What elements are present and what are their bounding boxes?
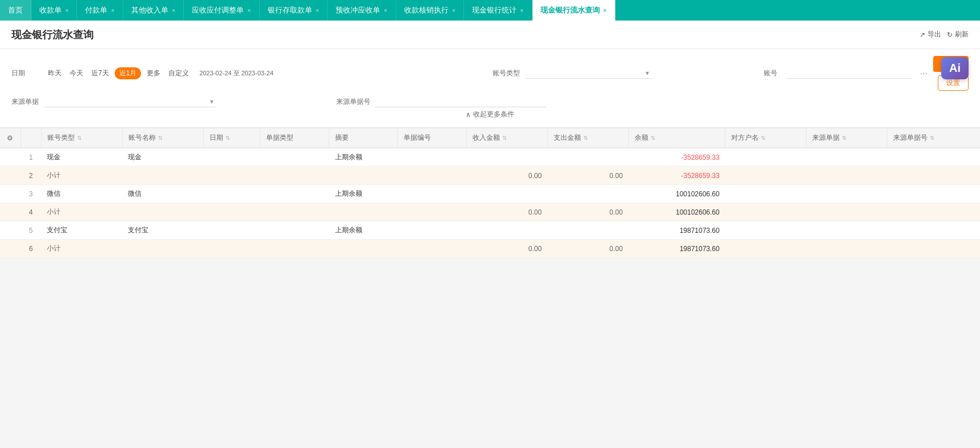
td-expense: 0.00 bbox=[547, 240, 628, 258]
sort-icon: ⇅ bbox=[583, 135, 588, 141]
td-idx: 1 bbox=[21, 148, 41, 167]
nav-item-其他收入单[interactable]: 其他收入单× bbox=[123, 0, 184, 21]
td-accountName bbox=[122, 167, 203, 185]
collapse-bar[interactable]: ∧ 收起更多条件 bbox=[11, 107, 969, 122]
close-icon[interactable]: × bbox=[111, 7, 114, 14]
td-docNo bbox=[397, 203, 466, 221]
td-docType bbox=[260, 203, 329, 221]
date-shortcuts: 昨天今天近7天近1月更多自定义 bbox=[46, 67, 191, 79]
th-income[interactable]: 收入金额⇅ bbox=[466, 128, 547, 148]
close-icon[interactable]: × bbox=[452, 7, 455, 14]
date-shortcut-近7天[interactable]: 近7天 bbox=[89, 67, 111, 79]
account-input[interactable] bbox=[787, 68, 912, 79]
td-idx: 5 bbox=[21, 221, 41, 240]
td-accountType: 小计 bbox=[41, 240, 122, 258]
close-icon[interactable]: × bbox=[520, 7, 523, 14]
nav-item-现金银行统计[interactable]: 现金银行统计× bbox=[464, 0, 532, 21]
source-doc-group: 来源单据 ▾ bbox=[11, 96, 319, 107]
td-balance: 19871073.60 bbox=[628, 240, 725, 258]
filter-area: 日期 昨天今天近7天近1月更多自定义 2023-02-24 至 2023-03-… bbox=[0, 49, 980, 128]
close-icon[interactable]: × bbox=[316, 7, 319, 14]
td-gear bbox=[0, 148, 21, 167]
th-counterparty[interactable]: 对方户名⇅ bbox=[725, 128, 806, 148]
date-shortcut-自定义[interactable]: 自定义 bbox=[166, 67, 191, 79]
td-sourceDoc bbox=[806, 203, 888, 221]
table-row: 1现金现金上期余额-3528659.33 bbox=[0, 148, 980, 167]
sort-icon: ⇅ bbox=[502, 135, 507, 141]
date-shortcut-近1月[interactable]: 近1月 bbox=[115, 67, 142, 79]
nav-item-付款单[interactable]: 付款单× bbox=[77, 0, 123, 21]
sort-icon: ⇅ bbox=[761, 135, 765, 141]
gear-icon[interactable]: ⚙ bbox=[7, 134, 13, 142]
source-doc-label: 来源单据 bbox=[11, 97, 40, 107]
td-sourceDoc bbox=[806, 240, 888, 258]
table-row: 4小计0.000.00100102606.60 bbox=[0, 203, 980, 221]
td-counterparty bbox=[725, 167, 806, 185]
nav-item-首页[interactable]: 首页 bbox=[0, 0, 31, 21]
td-expense bbox=[547, 185, 628, 203]
date-shortcut-更多[interactable]: 更多 bbox=[144, 67, 163, 79]
th-date[interactable]: 日期⇅ bbox=[203, 128, 260, 148]
source-doc-select[interactable]: ▾ bbox=[45, 96, 216, 107]
td-docNo bbox=[397, 185, 466, 203]
td-income bbox=[466, 148, 547, 167]
td-income bbox=[466, 185, 547, 203]
td-accountName: 支付宝 bbox=[122, 221, 203, 240]
table-body: 1现金现金上期余额-3528659.332小计0.000.00-3528659.… bbox=[0, 148, 980, 258]
nav-item-银行存取款单[interactable]: 银行存取款单× bbox=[260, 0, 328, 21]
table-container: ⚙账号类型⇅账号名称⇅日期⇅单据类型摘要单据编号收入金额⇅支出金额⇅余额⇅对方户… bbox=[0, 128, 980, 258]
td-expense: 0.00 bbox=[547, 203, 628, 221]
nav-item-收款核销执行[interactable]: 收款核销执行× bbox=[396, 0, 464, 21]
page-header: 现金银行流水查询 ↗ 导出 ↻ 刷新 bbox=[0, 21, 980, 49]
close-icon[interactable]: × bbox=[172, 7, 175, 14]
close-icon[interactable]: × bbox=[65, 7, 68, 14]
date-range: 2023-02-24 至 2023-03-24 bbox=[199, 69, 273, 78]
td-docType bbox=[260, 148, 329, 167]
nav-item-预收冲应收单[interactable]: 预收冲应收单× bbox=[328, 0, 396, 21]
close-icon[interactable]: × bbox=[603, 7, 607, 14]
date-shortcut-昨天[interactable]: 昨天 bbox=[46, 67, 64, 79]
nav-item-收款单[interactable]: 收款单× bbox=[31, 0, 77, 21]
td-counterparty bbox=[725, 221, 806, 240]
td-date bbox=[203, 240, 260, 258]
th-accountType[interactable]: 账号类型⇅ bbox=[41, 128, 122, 148]
td-expense: 0.00 bbox=[547, 167, 628, 185]
ai-badge[interactable]: Ai bbox=[941, 57, 969, 79]
td-idx: 6 bbox=[21, 240, 41, 258]
td-sourceDoc bbox=[806, 148, 888, 167]
date-shortcut-今天[interactable]: 今天 bbox=[67, 67, 86, 79]
th-expense[interactable]: 支出金额⇅ bbox=[547, 128, 628, 148]
header-row: ⚙账号类型⇅账号名称⇅日期⇅单据类型摘要单据编号收入金额⇅支出金额⇅余额⇅对方户… bbox=[0, 128, 980, 148]
table-row: 6小计0.000.0019871073.60 bbox=[0, 240, 980, 258]
account-type-arrow-icon: ▾ bbox=[646, 69, 649, 77]
td-docType bbox=[260, 240, 329, 258]
th-accountName[interactable]: 账号名称⇅ bbox=[122, 128, 203, 148]
source-doc-no-input[interactable] bbox=[375, 96, 546, 107]
td-sourceDoc bbox=[806, 185, 888, 203]
nav-item-应收应付调整单[interactable]: 应收应付调整单× bbox=[184, 0, 259, 21]
export-button[interactable]: ↗ 导出 bbox=[919, 30, 941, 39]
td-date bbox=[203, 203, 260, 221]
source-doc-arrow-icon: ▾ bbox=[210, 98, 213, 106]
th-summary: 摘要 bbox=[329, 128, 397, 148]
td-docNo bbox=[397, 167, 466, 185]
account-type-select[interactable]: ▾ bbox=[526, 68, 651, 79]
refresh-button[interactable]: ↻ 刷新 bbox=[947, 30, 969, 39]
close-icon[interactable]: × bbox=[247, 7, 251, 14]
page-title: 现金银行流水查询 bbox=[11, 28, 94, 42]
th-sourceDoc[interactable]: 来源单据⇅ bbox=[806, 128, 888, 148]
more-dots-icon[interactable]: ··· bbox=[920, 68, 927, 79]
close-icon[interactable]: × bbox=[384, 7, 387, 14]
sort-icon: ⇅ bbox=[651, 135, 655, 141]
nav-item-现金银行流水查询[interactable]: 现金银行流水查询× bbox=[533, 0, 615, 21]
td-date bbox=[203, 148, 260, 167]
filter-row-1: 日期 昨天今天近7天近1月更多自定义 2023-02-24 至 2023-03-… bbox=[11, 56, 969, 91]
th-sourceDocNo[interactable]: 来源单据号⇅ bbox=[888, 128, 980, 148]
td-accountType: 现金 bbox=[41, 148, 122, 167]
td-balance: 19871073.60 bbox=[628, 221, 725, 240]
th-balance[interactable]: 余额⇅ bbox=[628, 128, 725, 148]
td-date bbox=[203, 221, 260, 240]
td-expense bbox=[547, 221, 628, 240]
td-summary: 上期余额 bbox=[329, 185, 397, 203]
td-accountName: 微信 bbox=[122, 185, 203, 203]
